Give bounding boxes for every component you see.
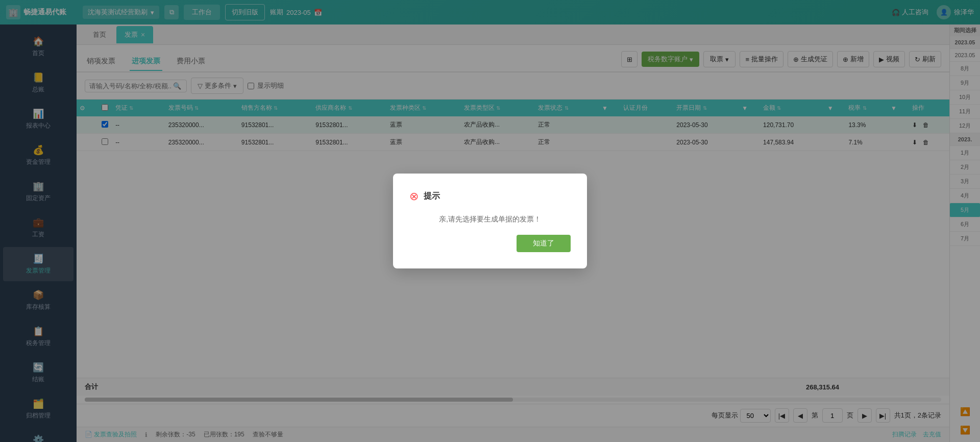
warning-icon: ⊗	[409, 190, 419, 203]
modal-box: ⊗ 提示 亲,请先选择要生成单据的发票！ 知道了	[393, 174, 587, 268]
modal-ok-button[interactable]: 知道了	[517, 235, 571, 252]
modal-overlay: ⊗ 提示 亲,请先选择要生成单据的发票！ 知道了	[0, 0, 980, 442]
modal-message: 亲,请先选择要生成单据的发票！	[439, 213, 541, 225]
modal-title-row: ⊗ 提示	[409, 190, 440, 203]
modal-title: 提示	[424, 191, 440, 202]
